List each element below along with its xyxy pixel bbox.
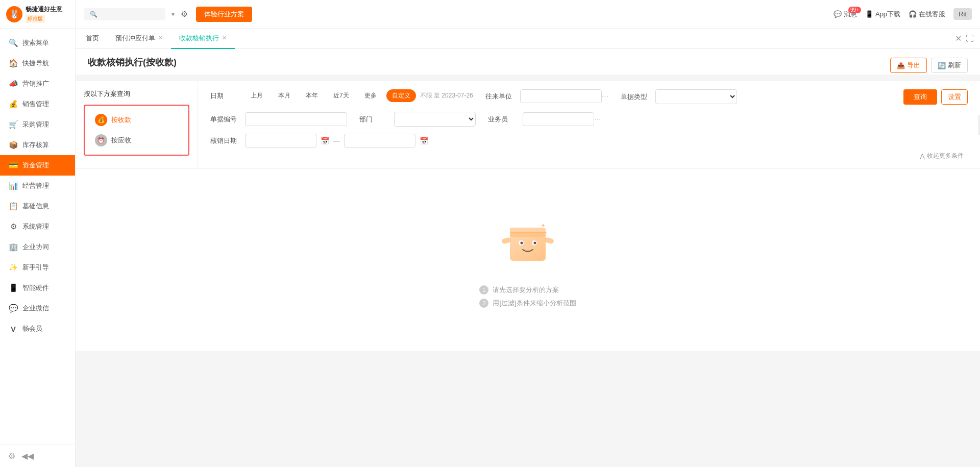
sidebar-item-purchase[interactable]: 🛒 采购管理 — [0, 114, 75, 135]
collapse-sidebar-icon[interactable]: ◀◀ — [21, 451, 34, 461]
empty-tip-2: 2 用[过滤]条件来缩小分析范围 — [479, 297, 576, 310]
inventory-icon: 📦 — [8, 140, 18, 150]
tab-writeoff[interactable]: 收款核销执行 ✕ — [171, 29, 235, 49]
message-icon: 💬 — [834, 10, 842, 18]
tab-writeoff-close-icon[interactable]: ✕ — [222, 35, 227, 41]
service-icon: 🎧 — [909, 10, 917, 18]
receivable-option-icon: ⏰ — [95, 134, 107, 146]
date-btn-this-month[interactable]: 本月 — [273, 89, 296, 102]
svg-rect-8 — [544, 237, 554, 244]
marketing-icon: 📣 — [8, 79, 18, 89]
collapse-more-row: ⋀ 收起更多条件 — [210, 152, 968, 160]
close-window-button[interactable]: ✕ — [955, 34, 962, 43]
dept-label: 部门 — [359, 115, 390, 124]
receipt-option-icon: 💰 — [95, 114, 107, 126]
sidebar-item-system[interactable]: ⚙ 系统管理 — [0, 216, 75, 237]
partner-input[interactable] — [520, 89, 602, 103]
writeoff-date-end-icon[interactable]: 📅 — [420, 137, 428, 145]
message-badge: 99+ — [848, 7, 861, 13]
filter-option-by-receivable[interactable]: ⏰ 按应收 — [89, 130, 184, 151]
setting-button[interactable]: 设置 — [941, 89, 968, 105]
refresh-icon: 🔄 — [938, 62, 946, 69]
filter-row-2: 单据编号 部门 业务员 ··· — [210, 112, 968, 127]
writeoff-date-start-input[interactable]: 2023-03-01 — [245, 134, 316, 148]
date-btn-custom[interactable]: 自定义 — [386, 89, 416, 102]
voucher-no-label: 单据编号 — [210, 115, 241, 124]
dept-select[interactable] — [394, 112, 476, 127]
sidebar-item-inventory[interactable]: 📦 库存核算 — [0, 135, 75, 155]
hardware-icon: 📱 — [8, 283, 18, 293]
sidebar-item-finance[interactable]: 💳 资金管理 — [0, 155, 75, 176]
filter-option-by-receipt[interactable]: 💰 按收款 — [89, 110, 184, 130]
filter-options-box: 💰 按收款 ⏰ 按应收 — [84, 105, 189, 156]
empty-tip-1: 1 请先选择要分析的方案 — [479, 283, 576, 297]
collab-icon: 🏢 — [8, 242, 18, 252]
topbar-right: 💬 消息 99+ 📱 App下载 🎧 在线客服 Rit — [834, 10, 972, 19]
tip-num-1: 1 — [479, 285, 488, 294]
sidebar-item-label: 经营管理 — [22, 181, 49, 190]
receipt-option-label: 按收款 — [111, 115, 131, 125]
online-service-button[interactable]: 🎧 在线客服 — [909, 10, 945, 19]
sidebar-item-wechat[interactable]: 💬 企业微信 — [0, 298, 75, 318]
svg-point-5 — [521, 242, 523, 244]
sidebar-item-guide[interactable]: ✨ 新手引导 — [0, 257, 75, 278]
sidebar-item-label: 采购管理 — [22, 120, 49, 129]
sidebar-item-basic-info[interactable]: 📋 基础信息 — [0, 196, 75, 216]
logo-icon: 🐰 — [6, 6, 22, 22]
sidebar-item-label: 企业协同 — [22, 242, 49, 252]
user-avatar[interactable]: Rit — [953, 10, 972, 18]
dept-filter-group: 部门 — [359, 112, 476, 127]
filter-row-1: 日期 上月 本月 本年 近7天 更多 自定义 不限 至 2023-07-26 — [210, 89, 968, 105]
tab-home[interactable]: 首页 — [78, 29, 107, 49]
app-download-button[interactable]: 📱 App下载 — [865, 10, 900, 19]
topbar-search-box[interactable]: 🔍 — [84, 8, 165, 20]
sidebar-item-search[interactable]: 🔍 搜索菜单 — [0, 33, 75, 53]
writeoff-date-start-icon[interactable]: 📅 — [321, 137, 329, 145]
topbar-gear-icon[interactable]: ⚙ — [181, 9, 188, 19]
sidebar-item-sales[interactable]: 💰 销售管理 — [0, 94, 75, 114]
writeoff-date-label: 核销日期 — [210, 136, 241, 145]
sidebar-item-shortcut[interactable]: 🏠 快捷导航 — [0, 53, 75, 73]
svg-text:✦: ✦ — [541, 222, 546, 229]
voucher-no-input[interactable] — [245, 112, 347, 126]
writeoff-date-end-input[interactable]: 2023-07-21 — [344, 134, 415, 148]
date-btn-this-year[interactable]: 本年 — [300, 89, 324, 102]
employee-input[interactable] — [523, 112, 594, 126]
doctype-select[interactable] — [655, 89, 737, 104]
date-btn-last-month[interactable]: 上月 — [245, 89, 268, 102]
refresh-button[interactable]: 🔄 刷新 — [931, 58, 968, 73]
date-quick-btns: 上月 本月 本年 近7天 更多 自定义 — [245, 89, 416, 102]
sidebar-item-member[interactable]: V 畅会员 — [0, 318, 75, 339]
expand-window-button[interactable]: ⛶ — [966, 34, 974, 43]
sidebar-item-label: 快捷导航 — [22, 59, 49, 68]
employee-label: 业务员 — [488, 115, 519, 124]
message-button[interactable]: 💬 消息 99+ — [834, 10, 857, 19]
tip-text-2: 用[过滤]条件来缩小分析范围 — [493, 297, 576, 310]
guide-icon: ✨ — [8, 262, 18, 273]
tab-prepay-label: 预付冲应付单 — [115, 34, 155, 43]
writeoff-date-range: 2023-03-01 📅 — 2023-07-21 📅 — [245, 134, 428, 148]
sidebar-item-operations[interactable]: 📊 经营管理 — [0, 176, 75, 196]
collapse-more-button[interactable]: ⋀ 收起更多条件 — [920, 152, 964, 160]
tabbar: 首页 预付冲应付单 ✕ 收款核销执行 ✕ ✕ ⛶ — [76, 29, 980, 49]
date-range-dash: — — [333, 137, 340, 144]
settings-bottom-icon[interactable]: ⚙ — [8, 451, 15, 461]
employee-dots-icon[interactable]: ··· — [594, 115, 601, 124]
basic-info-icon: 📋 — [8, 201, 18, 211]
tab-prepay-close-icon[interactable]: ✕ — [158, 35, 163, 41]
empty-tips: 1 请先选择要分析的方案 2 用[过滤]条件来缩小分析范围 — [479, 283, 576, 310]
topbar-chevron-icon[interactable]: ▾ — [172, 11, 175, 18]
date-btn-7days[interactable]: 近7天 — [328, 89, 355, 102]
date-btn-more[interactable]: 更多 — [359, 89, 382, 102]
sidebar-item-collab[interactable]: 🏢 企业协同 — [0, 237, 75, 257]
main-area: 🔍 ▾ ⚙ 体验行业方案 💬 消息 99+ 📱 App下载 🎧 在线客服 Rit — [76, 0, 980, 467]
solution-button[interactable]: 体验行业方案 — [196, 7, 252, 22]
filter-collapse-button[interactable]: ◀ — [978, 115, 980, 135]
sidebar-item-label: 营销推广 — [22, 79, 49, 88]
sidebar-item-marketing[interactable]: 📣 营销推广 — [0, 73, 75, 94]
query-button[interactable]: 查询 — [903, 89, 937, 105]
tab-prepay[interactable]: 预付冲应付单 ✕ — [107, 29, 171, 49]
sidebar-item-hardware[interactable]: 📱 智能硬件 — [0, 278, 75, 298]
partner-dots-icon[interactable]: ··· — [602, 92, 608, 101]
export-button[interactable]: 📤 导出 — [890, 58, 927, 73]
